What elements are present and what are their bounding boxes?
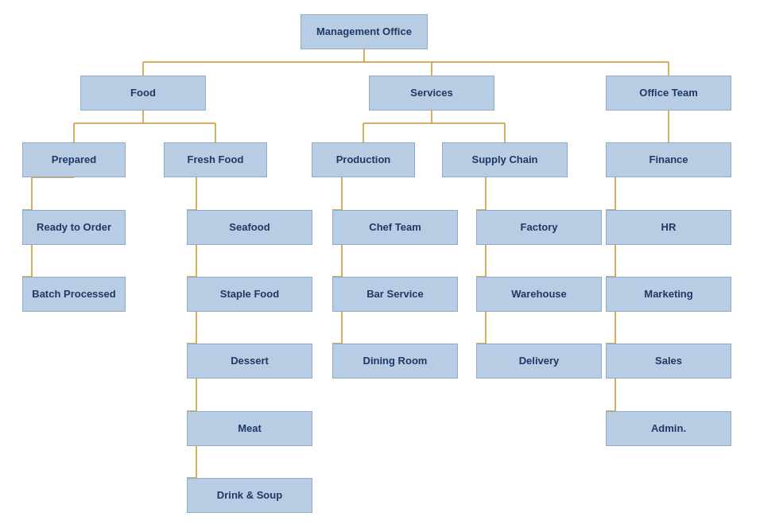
node-dining_room: Dining Room [332, 344, 458, 379]
node-management_office: Management Office [301, 14, 428, 49]
node-sales: Sales [606, 344, 731, 379]
node-food: Food [80, 76, 206, 111]
node-drink_soup: Drink & Soup [187, 478, 312, 513]
org-chart: Management OfficeFoodServicesOffice Team… [0, 0, 760, 532]
node-hr: HR [606, 210, 731, 245]
node-factory: Factory [476, 210, 602, 245]
node-bar_service: Bar Service [332, 277, 458, 312]
node-production: Production [312, 142, 415, 177]
node-delivery: Delivery [476, 344, 602, 379]
node-supply_chain: Supply Chain [442, 142, 568, 177]
node-seafood: Seafood [187, 210, 312, 245]
node-ready_to_order: Ready to Order [22, 210, 126, 245]
node-chef_team: Chef Team [332, 210, 458, 245]
node-finance: Finance [606, 142, 731, 177]
node-services: Services [369, 76, 494, 111]
node-office_team: Office Team [606, 76, 731, 111]
node-warehouse: Warehouse [476, 277, 602, 312]
node-staple_food: Staple Food [187, 277, 312, 312]
node-meat: Meat [187, 411, 312, 446]
node-fresh_food: Fresh Food [164, 142, 267, 177]
node-admin: Admin. [606, 411, 731, 446]
node-dessert: Dessert [187, 344, 312, 379]
node-prepared: Prepared [22, 142, 126, 177]
node-batch_processed: Batch Processed [22, 277, 126, 312]
node-marketing: Marketing [606, 277, 731, 312]
